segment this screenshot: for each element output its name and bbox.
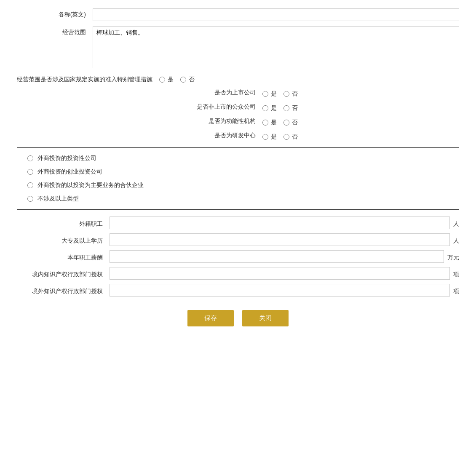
functional-institution-label: 是否为功能性机构 bbox=[178, 118, 262, 125]
listed-company-row: 是否为上市公司 是 否 bbox=[17, 88, 459, 98]
venture-investment-item[interactable]: 外商投资的创业投资公司 bbox=[27, 168, 449, 176]
listed-company-no[interactable]: 否 bbox=[283, 90, 298, 98]
partnership-label: 外商投资的以投资为主要业务的合伙企业 bbox=[37, 182, 144, 189]
foreign-employees-input[interactable] bbox=[110, 216, 450, 229]
annual-salary-input[interactable] bbox=[110, 250, 444, 263]
college-degree-input-group: 人 bbox=[110, 233, 459, 246]
rd-center-no[interactable]: 否 bbox=[283, 133, 298, 141]
functional-institution-yes[interactable]: 是 bbox=[262, 119, 277, 126]
functional-institution-yes-label: 是 bbox=[271, 119, 277, 126]
rd-center-row: 是否为研发中心 是 否 bbox=[17, 131, 459, 141]
annual-salary-input-group: 万元 bbox=[110, 250, 459, 263]
business-scope-label: 经营范围 bbox=[17, 26, 93, 36]
foreign-ip-input-group: 项 bbox=[110, 284, 459, 297]
rd-center-yes[interactable]: 是 bbox=[262, 133, 277, 141]
domestic-ip-input-group: 项 bbox=[110, 267, 459, 280]
foreign-employees-unit: 人 bbox=[450, 218, 459, 228]
special-management-label: 经营范围是否涉及国家规定实施的准入特别管理措施 bbox=[17, 73, 159, 83]
name-en-row: 各称(英文) bbox=[17, 8, 459, 21]
domestic-ip-unit: 项 bbox=[450, 268, 459, 278]
business-scope-textarea[interactable]: 棒球加工、销售。 bbox=[93, 26, 459, 68]
special-management-no-radio[interactable] bbox=[180, 77, 186, 83]
rd-center-yes-radio[interactable] bbox=[262, 134, 268, 140]
name-en-label: 各称(英文) bbox=[17, 8, 93, 19]
listed-company-yes-radio[interactable] bbox=[262, 91, 268, 97]
rd-center-label: 是否为研发中心 bbox=[178, 132, 262, 139]
annual-salary-unit: 万元 bbox=[444, 251, 459, 262]
functional-institution-no[interactable]: 否 bbox=[283, 119, 298, 126]
non-listed-public-radio-group: 是 否 bbox=[262, 102, 298, 112]
foreign-ip-input[interactable] bbox=[110, 284, 450, 297]
listed-company-label: 是否为上市公司 bbox=[178, 89, 262, 96]
functional-institution-radio-group: 是 否 bbox=[262, 116, 298, 126]
domestic-ip-input[interactable] bbox=[110, 267, 450, 280]
non-listed-public-label: 是否非上市的公众公司 bbox=[178, 103, 262, 111]
investment-company-item[interactable]: 外商投资的投资性公司 bbox=[27, 155, 449, 162]
not-applicable-label: 不涉及以上类型 bbox=[37, 195, 79, 203]
domestic-ip-label: 境内知识产权行政部门授权 bbox=[17, 268, 110, 278]
name-en-input[interactable] bbox=[93, 8, 459, 21]
listed-company-radio-group: 是 否 bbox=[262, 88, 298, 98]
listed-company-yes-label: 是 bbox=[271, 90, 277, 98]
foreign-employees-input-group: 人 bbox=[110, 216, 459, 229]
rd-center-no-radio[interactable] bbox=[283, 134, 289, 140]
college-degree-row: 大专及以上学历 人 bbox=[17, 233, 459, 246]
partnership-radio[interactable] bbox=[27, 182, 33, 188]
special-management-no[interactable]: 否 bbox=[180, 76, 195, 83]
non-listed-public-no-label: 否 bbox=[292, 104, 298, 112]
business-scope-row: 经营范围 棒球加工、销售。 bbox=[17, 26, 459, 68]
domestic-ip-row: 境内知识产权行政部门授权 项 bbox=[17, 267, 459, 280]
listed-company-yes[interactable]: 是 bbox=[262, 90, 277, 98]
save-button[interactable]: 保存 bbox=[187, 310, 234, 326]
special-management-row: 经营范围是否涉及国家规定实施的准入特别管理措施 是 否 bbox=[17, 73, 459, 83]
rd-center-radio-group: 是 否 bbox=[262, 131, 298, 141]
venture-investment-label: 外商投资的创业投资公司 bbox=[37, 168, 102, 176]
listed-company-no-label: 否 bbox=[292, 90, 298, 98]
functional-institution-yes-radio[interactable] bbox=[262, 120, 268, 126]
college-degree-input[interactable] bbox=[110, 233, 450, 246]
not-applicable-radio[interactable] bbox=[27, 196, 33, 202]
investment-company-radio[interactable] bbox=[27, 155, 33, 161]
button-row: 保存 关闭 bbox=[17, 310, 459, 326]
not-applicable-item[interactable]: 不涉及以上类型 bbox=[27, 195, 449, 203]
close-button[interactable]: 关闭 bbox=[242, 310, 289, 326]
foreign-ip-row: 境外知识产权行政部门授权 项 bbox=[17, 284, 459, 297]
non-listed-public-yes-radio[interactable] bbox=[262, 105, 268, 111]
special-management-radio-group: 是 否 bbox=[159, 73, 195, 83]
form-container: 各称(英文) 经营范围 棒球加工、销售。 经营范围是否涉及国家规定实施的准入特别… bbox=[17, 8, 459, 326]
foreign-ip-label: 境外知识产权行政部门授权 bbox=[17, 285, 110, 295]
college-degree-label: 大专及以上学历 bbox=[17, 235, 110, 245]
non-listed-public-no-radio[interactable] bbox=[283, 105, 289, 111]
non-listed-public-yes-label: 是 bbox=[271, 104, 277, 112]
investment-type-box: 外商投资的投资性公司 外商投资的创业投资公司 外商投资的以投资为主要业务的合伙企… bbox=[17, 147, 459, 210]
partnership-item[interactable]: 外商投资的以投资为主要业务的合伙企业 bbox=[27, 182, 449, 189]
investment-company-label: 外商投资的投资性公司 bbox=[37, 155, 96, 162]
non-listed-public-row: 是否非上市的公众公司 是 否 bbox=[17, 102, 459, 112]
annual-salary-row: 本年职工薪酬 万元 bbox=[17, 250, 459, 263]
functional-institution-no-label: 否 bbox=[292, 119, 298, 126]
college-degree-unit: 人 bbox=[450, 235, 459, 245]
foreign-ip-unit: 项 bbox=[450, 285, 459, 295]
listed-company-no-radio[interactable] bbox=[283, 91, 289, 97]
annual-salary-label: 本年职工薪酬 bbox=[17, 251, 110, 262]
rd-center-yes-label: 是 bbox=[271, 133, 277, 141]
non-listed-public-yes[interactable]: 是 bbox=[262, 104, 277, 112]
foreign-employees-row: 外籍职工 人 bbox=[17, 216, 459, 229]
non-listed-public-no[interactable]: 否 bbox=[283, 104, 298, 112]
special-management-yes-label: 是 bbox=[168, 76, 174, 83]
venture-investment-radio[interactable] bbox=[27, 169, 33, 175]
special-management-yes-radio[interactable] bbox=[159, 77, 165, 83]
foreign-employees-label: 外籍职工 bbox=[17, 218, 110, 228]
functional-institution-no-radio[interactable] bbox=[283, 120, 289, 126]
rd-center-no-label: 否 bbox=[292, 133, 298, 141]
functional-institution-row: 是否为功能性机构 是 否 bbox=[17, 116, 459, 126]
special-management-yes[interactable]: 是 bbox=[159, 76, 174, 83]
special-management-no-label: 否 bbox=[189, 76, 195, 83]
